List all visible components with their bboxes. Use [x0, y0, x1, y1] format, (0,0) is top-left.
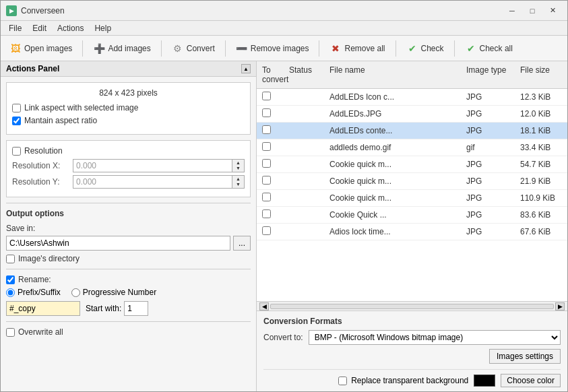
save-in-label: Save in:: [6, 224, 251, 233]
main-area: Actions Panel ▲ 824 x 423 pixels Link as…: [1, 61, 567, 392]
maximize-button[interactable]: □: [523, 3, 542, 18]
remove-all-icon: ✖: [329, 42, 342, 55]
separator-2: [161, 40, 162, 57]
resolution-y-input[interactable]: [73, 175, 232, 189]
cell-imagetype: gif: [464, 141, 517, 154]
cell-checkbox[interactable]: [259, 225, 286, 238]
cell-status: [286, 112, 327, 115]
menu-actions[interactable]: Actions: [52, 22, 89, 34]
actions-panel: Actions Panel ▲ 824 x 423 pixels Link as…: [1, 61, 257, 392]
table-row[interactable]: AddLEDs Icon c... JPG 12.3 KiB: [257, 89, 567, 106]
check-button[interactable]: ✔ Check: [400, 40, 450, 57]
browse-button[interactable]: ...: [233, 236, 251, 251]
save-in-row: ...: [6, 236, 251, 251]
table-row[interactable]: Cookie quick m... JPG 110.9 KiB: [257, 190, 567, 207]
progressive-number-option: Progressive Number: [71, 288, 156, 297]
progressive-number-radio[interactable]: [71, 288, 80, 297]
maintain-aspect-row: Mantain aspect ratio: [12, 116, 245, 125]
resolution-y-spinner: ▲ ▼: [232, 175, 245, 189]
table-row[interactable]: addleds demo.gif gif 33.4 KiB: [257, 139, 567, 156]
resolution-y-up[interactable]: ▲: [236, 176, 241, 182]
col-filename: File name: [327, 64, 464, 86]
maintain-aspect-checkbox[interactable]: [12, 117, 21, 125]
menu-help[interactable]: Help: [89, 22, 117, 34]
convert-button[interactable]: ⚙ Convert: [166, 40, 221, 57]
save-in-input[interactable]: [6, 236, 230, 251]
overwrite-all-checkbox[interactable]: [6, 328, 15, 337]
progressive-number-label: Progressive Number: [83, 288, 156, 297]
cell-checkbox[interactable]: [259, 191, 286, 205]
table-row[interactable]: Adios lock time... JPG 67.6 KiB: [257, 224, 567, 240]
color-swatch: [474, 374, 495, 387]
cell-checkbox[interactable]: [259, 174, 286, 188]
cell-filename: Cookie quick m...: [327, 158, 464, 170]
table-row[interactable]: AddLEDs conte... JPG 18.1 KiB: [257, 123, 567, 139]
output-options-section: Output options Save in: ... Image's dire…: [6, 209, 251, 337]
scroll-left-button[interactable]: ◀: [259, 302, 269, 311]
size-aspect-section: 824 x 423 pixels Link aspect with select…: [6, 82, 251, 135]
table-row[interactable]: AddLEDs.JPG JPG 12.0 KiB: [257, 106, 567, 123]
prefix-suffix-option: Prefix/Suffix: [6, 288, 61, 297]
resolution-row: Resolution: [12, 146, 245, 156]
images-dir-checkbox[interactable]: [6, 255, 15, 263]
check-all-button[interactable]: ✔ Check all: [459, 40, 519, 57]
rename-input[interactable]: [6, 301, 80, 316]
cell-filename: AddLEDs Icon c...: [327, 91, 464, 103]
separator-4: [319, 40, 319, 57]
close-button[interactable]: ✕: [543, 3, 562, 18]
minimize-button[interactable]: ─: [503, 3, 522, 18]
remove-all-button[interactable]: ✖ Remove all: [323, 40, 391, 57]
resolution-x-down[interactable]: ▼: [236, 166, 241, 171]
cell-filename: Cookie quick m...: [327, 175, 464, 187]
prefix-suffix-radio[interactable]: [6, 288, 15, 297]
link-aspect-label: Link aspect with selected image: [24, 103, 138, 112]
col-status: Status: [286, 64, 327, 86]
resolution-x-input[interactable]: [73, 159, 232, 172]
title-bar-left: ▶ Converseen: [6, 5, 65, 16]
images-settings-button[interactable]: Images settings: [489, 349, 561, 364]
replace-bg-checkbox[interactable]: [338, 377, 347, 385]
cell-filesize: 12.3 KiB: [517, 91, 565, 103]
cell-checkbox[interactable]: [259, 141, 286, 154]
remove-images-button[interactable]: ➖ Remove images: [230, 40, 315, 57]
size-info: 824 x 423 pixels: [12, 88, 245, 98]
panel-collapse-icon[interactable]: ▲: [241, 64, 251, 73]
choose-color-button[interactable]: Choose color: [501, 374, 561, 387]
images-dir-row: Image's directory: [6, 254, 251, 263]
scroll-right-button[interactable]: ▶: [555, 302, 565, 311]
open-images-button[interactable]: 🖼 Open images: [3, 40, 78, 57]
table-row[interactable]: Cookie Quick ... JPG 83.6 KiB: [257, 207, 567, 224]
cell-checkbox[interactable]: [259, 124, 286, 137]
window-title: Converseen: [21, 6, 65, 15]
table-row[interactable]: Cookie quick m... JPG 21.9 KiB: [257, 173, 567, 190]
menu-file[interactable]: File: [3, 22, 27, 34]
cell-imagetype: JPG: [464, 108, 517, 120]
cell-filename: Cookie Quick ...: [327, 209, 464, 221]
cell-checkbox[interactable]: [259, 208, 286, 222]
start-with-input[interactable]: [124, 301, 148, 316]
panel-title: Actions Panel: [6, 64, 59, 73]
resolution-checkbox[interactable]: [12, 147, 21, 156]
resolution-y-down[interactable]: ▼: [236, 182, 241, 187]
cell-imagetype: JPG: [464, 158, 517, 170]
remove-images-icon: ➖: [236, 42, 248, 55]
cell-status: [286, 146, 327, 149]
images-settings-row: Images settings: [263, 349, 561, 366]
add-images-button[interactable]: ➕ Add images: [87, 40, 156, 57]
cell-filesize: 18.1 KiB: [517, 125, 565, 137]
resolution-x-up[interactable]: ▲: [236, 160, 241, 166]
resolution-y-row: Resolution Y: ▲ ▼: [12, 175, 245, 189]
separator-5: [396, 40, 396, 57]
radio-row: Prefix/Suffix Progressive Number: [6, 288, 251, 297]
menu-edit[interactable]: Edit: [27, 22, 52, 34]
divider-1: [6, 203, 251, 203]
cell-checkbox[interactable]: [259, 158, 286, 171]
cell-checkbox[interactable]: [259, 90, 286, 104]
toolbar: 🖼 Open images ➕ Add images ⚙ Convert ➖ R…: [1, 36, 567, 61]
rename-checkbox[interactable]: [6, 275, 15, 284]
link-aspect-checkbox[interactable]: [12, 104, 21, 112]
convert-to-select[interactable]: BMP - (Microsoft Windows bitmap image): [309, 330, 561, 345]
right-panel: To convert Status File name Image type F…: [257, 61, 567, 392]
cell-checkbox[interactable]: [259, 107, 286, 121]
table-row[interactable]: Cookie quick m... JPG 54.7 KiB: [257, 156, 567, 173]
